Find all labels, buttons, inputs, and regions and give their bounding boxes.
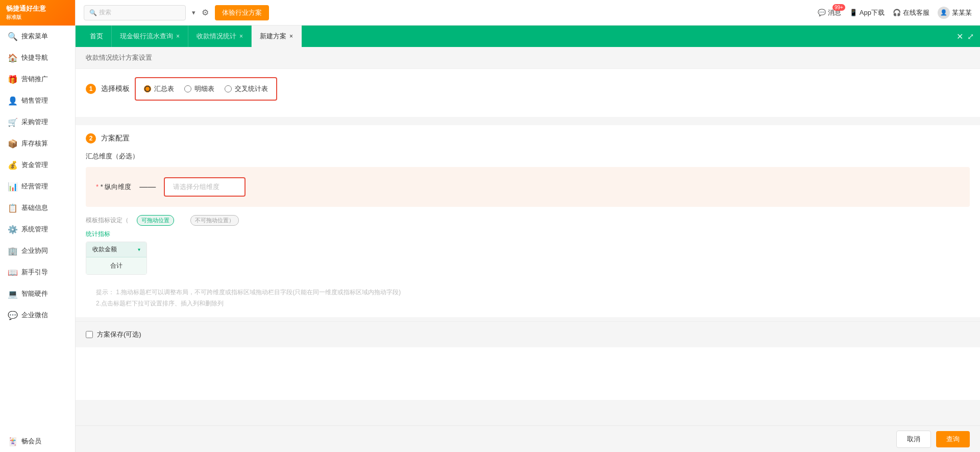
dimension-arrow: —— <box>139 182 156 192</box>
sidebar-item-quick-nav[interactable]: 🏠 快捷导航 <box>0 47 75 68</box>
metrics-wrapper: 统计指标 收款金额 ▾ 合计 <box>86 230 970 275</box>
sales-icon: 👤 <box>8 96 17 105</box>
cancel-button[interactable]: 取消 <box>896 431 931 448</box>
message-button[interactable]: 💬 消息 99+ <box>818 8 841 17</box>
message-icon: 💬 <box>818 9 826 16</box>
save-label: 方案保存(可选) <box>97 330 141 339</box>
radio-cross-input[interactable] <box>225 85 232 92</box>
system-icon: ⚙️ <box>8 225 17 234</box>
search-icon: 🔍 <box>89 9 97 16</box>
online-service-button[interactable]: 🎧 在线客服 <box>893 8 929 17</box>
sidebar: 畅捷通好生意 标准版 🔍 搜索菜单 🏠 快捷导航 🎁 营销推广 👤 销售管理 🛒… <box>0 0 76 452</box>
sidebar-item-hardware[interactable]: 💻 智能硬件 <box>0 283 75 304</box>
draggable-badge: 可拖动位置 <box>137 215 174 226</box>
metrics-col-dropdown[interactable]: ▾ <box>138 247 140 252</box>
main-area: 🔍 搜索 ▾ ⚙ 体验行业方案 💬 消息 99+ 📱 App下载 🎧 在线客服 … <box>76 0 980 452</box>
radio-detail-input[interactable] <box>184 85 191 92</box>
query-button[interactable]: 查询 <box>936 431 970 447</box>
trial-button[interactable]: 体验行业方案 <box>215 5 269 20</box>
sidebar-item-sales[interactable]: 👤 销售管理 <box>0 90 75 111</box>
dimension-area: * * 纵向维度 —— 请选择分组维度 <box>86 167 970 207</box>
sidebar-logo: 畅捷通好生意 标准版 <box>0 0 75 26</box>
app-download-icon: 📱 <box>849 9 857 16</box>
hardware-icon: 💻 <box>8 289 17 298</box>
radio-summary-input[interactable] <box>144 85 151 92</box>
tab-close-all-icon[interactable]: ✕ <box>957 32 963 41</box>
template-radio-group: 汇总表 明细表 交叉统计表 <box>144 84 268 93</box>
app-download-button[interactable]: 📱 App下载 <box>849 8 885 17</box>
dimension-row: * * 纵向维度 —— 请选择分组维度 <box>96 177 960 197</box>
hint-section: 提示： 1.拖动标题栏可以调整布局，不可跨维度或指标区域拖动栏目字段(只能在同一… <box>86 281 970 309</box>
footer: 取消 查询 <box>76 425 980 452</box>
template-selection-box: 汇总表 明细表 交叉统计表 <box>135 77 277 101</box>
purchase-icon: 🛒 <box>8 117 17 127</box>
tab-receipt-stats-close[interactable]: × <box>239 33 243 40</box>
gear-icon[interactable]: ⚙ <box>202 8 209 17</box>
metrics-subtotal: 合计 <box>86 257 146 274</box>
step1-num: 1 <box>86 84 96 94</box>
tab-receipt-stats[interactable]: 收款情况统计 × <box>188 26 252 47</box>
topbar-right: 💬 消息 99+ 📱 App下载 🎧 在线客服 👤 某某某 <box>818 7 972 19</box>
step2-title: 方案配置 <box>101 134 130 143</box>
sidebar-item-system[interactable]: ⚙️ 系统管理 <box>0 219 75 240</box>
sidebar-item-purchase[interactable]: 🛒 采购管理 <box>0 111 75 133</box>
operation-icon: 📊 <box>8 182 17 191</box>
basic-info-icon: 📋 <box>8 203 17 212</box>
sidebar-item-guide[interactable]: 📖 新手引导 <box>0 261 75 283</box>
page-title-bar: 收款情况统计方案设置 <box>76 47 980 69</box>
radio-detail[interactable]: 明细表 <box>184 84 214 93</box>
metrics-label-row: 模板指标设定（ 可拖动位置 不可拖动位置） <box>86 215 970 226</box>
step2-num: 2 <box>86 133 96 144</box>
step1-title: 选择模板 <box>101 84 130 93</box>
radio-summary[interactable]: 汇总表 <box>144 84 174 93</box>
section-divider-2 <box>76 317 980 321</box>
sidebar-item-finance[interactable]: 💰 资金管理 <box>0 154 75 176</box>
search-placeholder-text: 搜索 <box>99 8 111 17</box>
save-section: 方案保存(可选) <box>76 321 980 347</box>
tab-new-plan-close[interactable]: × <box>289 33 293 40</box>
summary-dim-label: 汇总维度（必选） <box>86 152 970 161</box>
save-checkbox[interactable] <box>86 331 93 338</box>
topbar-search-box[interactable]: 🔍 搜索 <box>84 5 186 20</box>
tab-bank-flow[interactable]: 现金银行流水查询 × <box>112 26 188 47</box>
metrics-container: 收款金额 ▾ 合计 <box>86 242 147 275</box>
home-icon: 🏠 <box>8 53 17 62</box>
sidebar-item-operation[interactable]: 📊 经营管理 <box>0 176 75 197</box>
sidebar-item-search-menu[interactable]: 🔍 搜索菜单 <box>0 26 75 47</box>
wechat-icon: 💬 <box>8 311 17 320</box>
corp-icon: 🏢 <box>8 246 17 255</box>
metrics-col-header[interactable]: 收款金额 ▾ <box>86 242 146 257</box>
user-menu[interactable]: 👤 某某某 <box>938 7 972 19</box>
radio-cross[interactable]: 交叉统计表 <box>225 84 268 93</box>
tabbar: 首页 现金银行流水查询 × 收款情况统计 × 新建方案 × ✕ ⤢ <box>76 26 980 47</box>
message-badge: 99+ <box>832 4 845 11</box>
tab-expand-icon[interactable]: ⤢ <box>967 32 974 41</box>
sidebar-item-member[interactable]: 🃏 畅会员 <box>0 431 75 452</box>
vertical-dim-label: * * 纵向维度 <box>96 182 131 192</box>
tab-home[interactable]: 首页 <box>82 26 112 47</box>
user-avatar: 👤 <box>938 7 950 19</box>
sidebar-item-basic-info[interactable]: 📋 基础信息 <box>0 197 75 219</box>
dimension-select[interactable]: 请选择分组维度 <box>164 177 246 197</box>
step2-section: 2 方案配置 汇总维度（必选） * * 纵向维度 —— 请选择分组维度 <box>76 121 980 317</box>
sidebar-item-corp[interactable]: 🏢 企业协同 <box>0 240 75 261</box>
sidebar-item-wechat[interactable]: 💬 企业微信 <box>0 304 75 326</box>
step1-header: 1 选择模板 汇总表 明细表 <box>86 77 970 101</box>
hint-text-2: 2.点击标题栏下拉可设置排序、插入列和删除列 <box>96 298 960 310</box>
step2-header: 2 方案配置 <box>86 133 970 144</box>
metrics-section-label: 统计指标 <box>86 230 970 239</box>
sidebar-item-inventory[interactable]: 📦 库存核算 <box>0 133 75 154</box>
hint-text-1: 提示： 1.拖动标题栏可以调整布局，不可跨维度或指标区域拖动栏目字段(只能在同一… <box>96 287 960 298</box>
inventory-icon: 📦 <box>8 139 17 148</box>
tabbar-controls: ✕ ⤢ <box>957 32 974 41</box>
logo-badge: 标准版 <box>6 14 46 21</box>
topbar-dropdown-arrow[interactable]: ▾ <box>192 9 195 16</box>
sidebar-item-marketing[interactable]: 🎁 营销推广 <box>0 68 75 90</box>
search-menu-icon: 🔍 <box>8 32 17 41</box>
step1-section: 1 选择模板 汇总表 明细表 <box>76 69 980 117</box>
member-icon: 🃏 <box>8 437 17 446</box>
section-divider <box>76 117 980 121</box>
topbar: 🔍 搜索 ▾ ⚙ 体验行业方案 💬 消息 99+ 📱 App下载 🎧 在线客服 … <box>76 0 980 26</box>
tab-bank-flow-close[interactable]: × <box>176 33 180 40</box>
tab-new-plan[interactable]: 新建方案 × <box>252 26 302 47</box>
